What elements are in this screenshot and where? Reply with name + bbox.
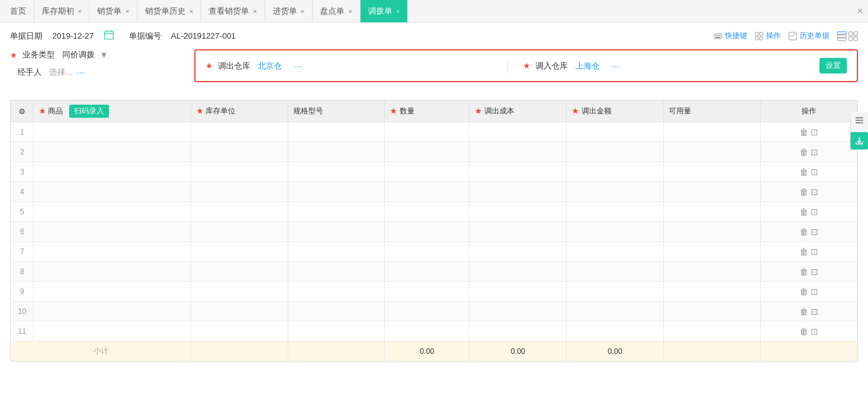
- tab-close-inventory-check[interactable]: ×: [348, 7, 352, 15]
- tab-close-purchase-order[interactable]: ×: [301, 7, 304, 15]
- qty-cell[interactable]: [385, 242, 469, 262]
- warehouse-in-value[interactable]: 上海仓: [575, 60, 600, 72]
- cost-cell[interactable]: [469, 162, 567, 182]
- settings-button[interactable]: 设置: [819, 58, 847, 74]
- product-cell[interactable]: [34, 202, 191, 222]
- operations-btn[interactable]: 操作: [755, 31, 781, 41]
- cost-cell[interactable]: [469, 182, 567, 202]
- amount-cell[interactable]: [567, 202, 664, 222]
- cost-cell[interactable]: [469, 321, 567, 341]
- copy-icon[interactable]: ⊡: [811, 147, 818, 157]
- qty-cell[interactable]: [385, 142, 469, 162]
- delete-icon[interactable]: 🗑: [800, 307, 808, 316]
- tab-close-sales-history[interactable]: ×: [189, 7, 193, 15]
- tab-close-inventory-init[interactable]: ×: [78, 7, 82, 15]
- unit-cell[interactable]: [191, 162, 288, 182]
- qty-cell[interactable]: [385, 162, 469, 182]
- delete-icon[interactable]: 🗑: [800, 267, 808, 277]
- tab-transfer[interactable]: 调拨单 ×: [361, 0, 408, 22]
- product-cell[interactable]: [34, 282, 191, 302]
- product-cell[interactable]: [34, 162, 191, 182]
- copy-icon[interactable]: ⊡: [811, 287, 818, 297]
- copy-icon[interactable]: ⊡: [811, 307, 818, 316]
- unit-cell[interactable]: [191, 302, 288, 321]
- delete-icon[interactable]: 🗑: [800, 326, 808, 336]
- amount-cell[interactable]: [567, 282, 664, 302]
- business-type-value[interactable]: 同价调拨: [62, 49, 95, 60]
- product-cell[interactable]: [34, 142, 191, 162]
- tab-view-sales[interactable]: 查看销货单 ×: [201, 0, 265, 22]
- unit-cell[interactable]: [191, 242, 288, 262]
- unit-cell[interactable]: [191, 222, 288, 242]
- warehouse-out-more[interactable]: ···: [295, 61, 302, 71]
- spec-cell[interactable]: [288, 142, 385, 162]
- qty-cell[interactable]: [385, 262, 469, 282]
- cost-cell[interactable]: [469, 122, 567, 142]
- amount-cell[interactable]: [567, 302, 664, 321]
- warehouse-out-value[interactable]: 北京仓: [258, 60, 282, 72]
- spec-cell[interactable]: [288, 222, 385, 242]
- delete-icon[interactable]: 🗑: [800, 127, 808, 137]
- cost-cell[interactable]: [469, 302, 567, 321]
- scan-button[interactable]: 扫码录入: [69, 105, 109, 118]
- spec-cell[interactable]: [288, 282, 385, 302]
- amount-cell[interactable]: [567, 162, 664, 182]
- delete-icon[interactable]: 🗑: [800, 167, 808, 177]
- calendar-icon[interactable]: [104, 30, 114, 42]
- unit-cell[interactable]: [191, 202, 288, 222]
- spec-cell[interactable]: [288, 162, 385, 182]
- cost-cell[interactable]: [469, 142, 567, 162]
- unit-cell[interactable]: [191, 142, 288, 162]
- copy-icon[interactable]: ⊡: [811, 207, 818, 217]
- spec-cell[interactable]: [288, 262, 385, 282]
- warehouse-in-more[interactable]: ···: [612, 61, 620, 71]
- date-value[interactable]: 2019-12-27: [52, 31, 94, 40]
- spec-cell[interactable]: [288, 242, 385, 262]
- amount-cell[interactable]: [567, 222, 664, 242]
- amount-cell[interactable]: [567, 142, 664, 162]
- product-cell[interactable]: [34, 321, 191, 341]
- copy-icon[interactable]: ⊡: [811, 267, 818, 277]
- qty-cell[interactable]: [385, 321, 469, 341]
- unit-cell[interactable]: [191, 282, 288, 302]
- spec-cell[interactable]: [288, 182, 385, 202]
- product-cell[interactable]: [34, 122, 191, 142]
- business-type-dropdown[interactable]: ▼: [100, 50, 108, 60]
- tab-sales-history[interactable]: 销货单历史 ×: [138, 0, 201, 22]
- spec-cell[interactable]: [288, 302, 385, 321]
- qty-cell[interactable]: [385, 282, 469, 302]
- copy-icon[interactable]: ⊡: [811, 167, 818, 177]
- amount-cell[interactable]: [567, 242, 664, 262]
- spec-cell[interactable]: [288, 122, 385, 142]
- unit-cell[interactable]: [191, 262, 288, 282]
- product-cell[interactable]: [34, 222, 191, 242]
- cost-cell[interactable]: [469, 262, 567, 282]
- th-settings[interactable]: ⚙: [11, 101, 34, 122]
- amount-cell[interactable]: [567, 182, 664, 202]
- cost-cell[interactable]: [469, 242, 567, 262]
- product-cell[interactable]: [34, 242, 191, 262]
- spec-cell[interactable]: [288, 202, 385, 222]
- unit-cell[interactable]: [191, 122, 288, 142]
- tab-close-transfer[interactable]: ×: [396, 7, 400, 15]
- cost-cell[interactable]: [469, 282, 567, 302]
- copy-icon[interactable]: ⊡: [811, 127, 818, 137]
- copy-icon[interactable]: ⊡: [811, 247, 818, 257]
- spec-cell[interactable]: [288, 321, 385, 341]
- product-cell[interactable]: [34, 262, 191, 282]
- delete-icon[interactable]: 🗑: [800, 207, 808, 217]
- amount-cell[interactable]: [567, 321, 664, 341]
- product-cell[interactable]: [34, 182, 191, 202]
- sidebar-export-icon[interactable]: [851, 132, 868, 150]
- qty-cell[interactable]: [385, 202, 469, 222]
- product-cell[interactable]: [34, 302, 191, 321]
- unit-cell[interactable]: [191, 321, 288, 341]
- tab-close-view-sales[interactable]: ×: [253, 7, 257, 15]
- cost-cell[interactable]: [469, 202, 567, 222]
- tab-inventory-check[interactable]: 盘点单 ×: [313, 0, 360, 22]
- tab-purchase-order[interactable]: 进货单 ×: [265, 0, 313, 22]
- table-scroll-area[interactable]: ⚙ ★ 商品 扫码录入 ★ 库存单位 规格型: [11, 100, 857, 361]
- copy-icon[interactable]: ⊡: [811, 187, 818, 197]
- history-btn[interactable]: 历史单据: [788, 31, 829, 41]
- qty-cell[interactable]: [385, 222, 469, 242]
